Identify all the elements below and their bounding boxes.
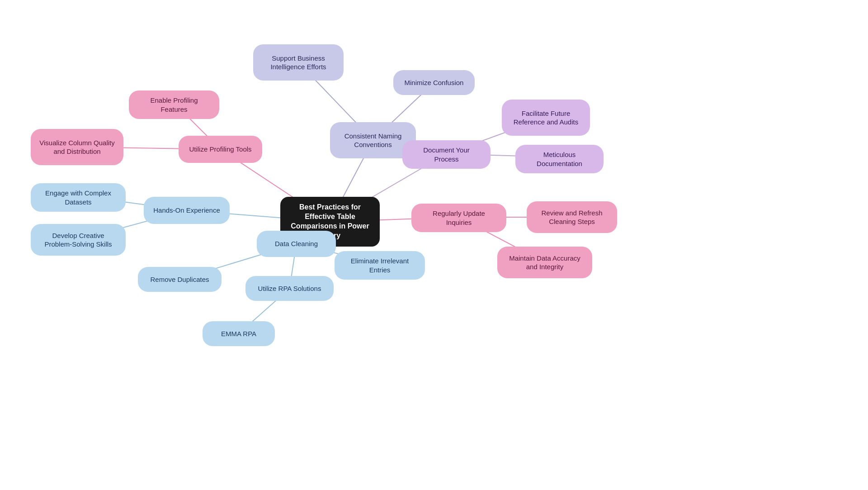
node-regularly_update: Regularly Update Inquiries xyxy=(411,204,506,232)
node-support_bi: Support Business Intelligence Efforts xyxy=(253,44,344,81)
node-utilize_profiling: Utilize Profiling Tools xyxy=(179,136,262,163)
node-minimize_confusion: Minimize Confusion xyxy=(393,70,475,95)
node-meticulous_doc: Meticulous Documentation xyxy=(515,145,604,173)
node-eliminate_irrelevant: Eliminate Irrelevant Entries xyxy=(335,251,425,280)
node-emma_rpa: EMMA RPA xyxy=(203,321,275,346)
node-review_refresh: Review and Refresh Cleaning Steps xyxy=(527,201,617,233)
node-enable_profiling: Enable Profiling Features xyxy=(129,90,219,119)
node-facilitate_future: Facilitate Future Reference and Audits xyxy=(502,100,590,136)
node-remove_duplicates: Remove Duplicates xyxy=(138,267,222,292)
node-visualize_column: Visualize Column Quality and Distributio… xyxy=(31,129,123,165)
node-hands_on: Hands-On Experience xyxy=(144,197,230,224)
node-engage_complex: Engage with Complex Datasets xyxy=(31,183,126,212)
node-utilize_rpa: Utilize RPA Solutions xyxy=(245,276,334,301)
node-maintain_data: Maintain Data Accuracy and Integrity xyxy=(497,247,592,278)
node-data_cleaning: Data Cleaning xyxy=(257,231,336,257)
node-document_process: Document Your Process xyxy=(402,140,491,169)
node-develop_creative: Develop Creative Problem-Solving Skills xyxy=(31,224,126,256)
mindmap-container: Best Practices for Effective Table Compa… xyxy=(0,0,868,490)
